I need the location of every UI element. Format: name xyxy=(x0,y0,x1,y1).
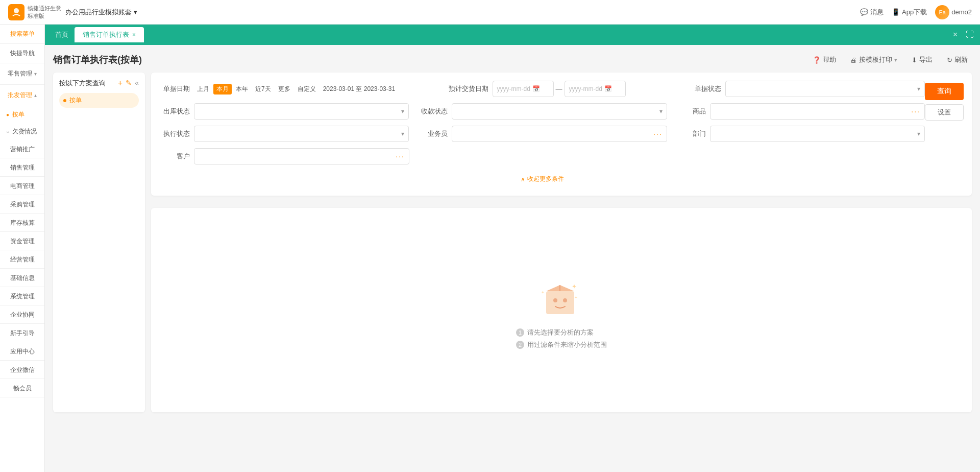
sidebar-item-wholesale[interactable]: 批发管理 ▴ xyxy=(0,85,44,106)
sidebar: 搜索菜单 快捷导航 零售管理 ▾ 批发管理 ▴ ● 按单 ○ 欠货情况 营销推广… xyxy=(0,25,45,472)
purchase-label: 采购管理 xyxy=(10,200,35,209)
message-button[interactable]: 💬 消息 xyxy=(860,8,884,17)
system-label: 系统管理 xyxy=(10,292,35,301)
tab-home[interactable]: 首页 xyxy=(49,27,75,42)
sidebar-item-inventory[interactable]: 库存核算 xyxy=(0,214,44,232)
date-range-display: 2023-03-01 至 2023-03-31 xyxy=(323,85,395,93)
finance-label: 资金管理 xyxy=(10,237,35,246)
sidebar-search-menu[interactable]: 搜索菜单 xyxy=(0,25,44,44)
empty-state: ✦ ✦ ✦ 1 请先选择要分析的方案 xyxy=(516,271,607,349)
svg-point-2 xyxy=(553,298,557,302)
scheme-item-order[interactable]: 按单 xyxy=(59,93,139,108)
filter-group-exec: 执行状态 ▾ xyxy=(159,126,409,142)
user-name: demo2 xyxy=(951,8,972,16)
filter-group-salesperson: 业务员 ··· xyxy=(417,126,667,142)
avatar: Ea xyxy=(935,5,949,19)
date-btn-custom[interactable]: 自定义 xyxy=(295,84,319,95)
salesperson-dots-icon: ··· xyxy=(653,130,663,138)
scheme-panel-title: 按以下方案查询 xyxy=(59,79,106,88)
marketing-label: 营销推广 xyxy=(10,145,35,154)
shortage-dot-icon: ○ xyxy=(6,129,9,134)
sidebar-item-retail[interactable]: 零售管理 ▾ xyxy=(0,63,44,85)
app-download-button[interactable]: 📱 App下载 xyxy=(892,8,927,17)
breadcrumb[interactable]: 办公用品行业模拟账套 ▾ xyxy=(65,8,137,17)
filter-row-3: 执行状态 ▾ 业务员 xyxy=(159,126,925,142)
date-btn-7days[interactable]: 近7天 xyxy=(252,84,274,95)
sidebar-item-newbie[interactable]: 新手引导 xyxy=(0,324,44,342)
calendar-from-icon: 📅 xyxy=(532,85,540,92)
date-btn-last-month[interactable]: 上月 xyxy=(194,84,212,95)
tab-sales-order[interactable]: 销售订单执行表 × xyxy=(75,27,144,42)
sidebar-item-member[interactable]: 畅会员 xyxy=(0,379,44,397)
customer-label: 客户 xyxy=(159,152,190,161)
svg-point-3 xyxy=(563,298,567,302)
sidebar-item-purchase[interactable]: 采购管理 xyxy=(0,195,44,214)
main-layout: 搜索菜单 快捷导航 零售管理 ▾ 批发管理 ▴ ● 按单 ○ 欠货情况 营销推广… xyxy=(0,25,980,472)
retail-arrow-icon: ▾ xyxy=(34,71,37,77)
settings-button[interactable]: 设置 xyxy=(925,104,964,121)
page-title: 销售订单执行表(按单) xyxy=(53,54,142,66)
date-btn-this-year[interactable]: 本年 xyxy=(233,84,251,95)
help-button[interactable]: ❓ 帮助 xyxy=(808,53,840,66)
sidebar-item-operations[interactable]: 经营管理 xyxy=(0,250,44,269)
sidebar-item-sales[interactable]: 销售管理 xyxy=(0,158,44,177)
breadcrumb-arrow-icon: ▾ xyxy=(134,8,137,16)
sidebar-item-appcenter[interactable]: 应用中心 xyxy=(0,342,44,361)
scheme-edit-icon[interactable]: ✎ xyxy=(126,79,132,88)
collapse-button[interactable]: ∧ 收起更多条件 xyxy=(159,171,925,187)
tab-bar: 首页 销售订单执行表 × × ⛶ xyxy=(45,25,980,45)
goods-dots-icon: ··· xyxy=(911,107,920,115)
refresh-button[interactable]: ↻ 刷新 xyxy=(943,53,972,66)
sidebar-item-marketing[interactable]: 营销推广 xyxy=(0,140,44,158)
user-menu[interactable]: Ea demo2 xyxy=(935,5,972,19)
download-icon: 📱 xyxy=(892,8,900,16)
payment-label: 收款状态 xyxy=(417,107,448,116)
tab-close-icon[interactable]: × xyxy=(132,31,136,38)
svg-point-0 xyxy=(14,8,19,13)
scheme-panel-header: 按以下方案查询 + ✎ « xyxy=(59,79,139,88)
expected-date-from-input[interactable]: yyyy-mm-dd 📅 xyxy=(493,81,554,97)
status-select[interactable]: ▾ xyxy=(725,81,925,97)
query-button[interactable]: 查询 xyxy=(925,83,964,100)
salesperson-input[interactable]: ··· xyxy=(452,126,667,142)
expected-date-to-input[interactable]: yyyy-mm-dd 📅 xyxy=(565,81,626,97)
print-arrow-icon: ▾ xyxy=(894,57,897,63)
tab-expand-icon[interactable]: ⛶ xyxy=(964,28,976,41)
search-menu-label: 搜索菜单 xyxy=(10,30,35,38)
tab-close-all-icon[interactable]: × xyxy=(951,28,960,41)
goods-input[interactable]: ··· xyxy=(710,103,925,120)
export-button[interactable]: ⬇ 导出 xyxy=(908,53,937,66)
header-left: 畅捷通好生意 标准版 办公用品行业模拟账套 ▾ xyxy=(8,4,137,20)
sidebar-item-basicinfo[interactable]: 基础信息 xyxy=(0,269,44,287)
sidebar-item-ecommerce[interactable]: 电商管理 xyxy=(0,177,44,195)
date-btn-this-month[interactable]: 本月 xyxy=(213,84,232,95)
help-icon: ❓ xyxy=(813,56,821,64)
exec-select[interactable]: ▾ xyxy=(194,126,409,142)
sidebar-item-wechat[interactable]: 企业微信 xyxy=(0,361,44,379)
payment-select[interactable]: ▾ xyxy=(452,103,667,120)
shortage-sub-label: 欠货情况 xyxy=(12,127,37,136)
right-panel: 单据日期 上月 本月 本年 近7天 更多 自定义 xyxy=(151,73,972,412)
sidebar-item-corp-collab[interactable]: 企业协同 xyxy=(0,305,44,324)
sidebar-item-system[interactable]: 系统管理 xyxy=(0,287,44,305)
filter-group-status: 单据状态 ▾ xyxy=(691,81,925,97)
help-label: 帮助 xyxy=(823,55,836,64)
delivery-select[interactable]: ▾ xyxy=(194,103,409,120)
dept-select[interactable]: ▾ xyxy=(710,126,925,142)
message-label: 消息 xyxy=(870,8,884,17)
sidebar-sub-item-order[interactable]: ● 按单 xyxy=(0,106,44,123)
customer-input[interactable]: ··· xyxy=(194,148,409,164)
print-button[interactable]: 🖨 按模板打印 ▾ xyxy=(846,53,901,66)
sidebar-item-finance[interactable]: 资金管理 xyxy=(0,232,44,250)
scheme-add-icon[interactable]: + xyxy=(118,79,122,88)
sidebar-sub-item-shortage[interactable]: ○ 欠货情况 xyxy=(0,123,44,140)
export-icon: ⬇ xyxy=(912,56,917,64)
empty-tip-2: 2 用过滤条件来缩小分析范围 xyxy=(516,340,607,349)
delivery-label: 出库状态 xyxy=(159,107,190,116)
status-arrow-icon: ▾ xyxy=(917,85,920,92)
scheme-collapse-icon[interactable]: « xyxy=(135,79,139,88)
sidebar-quick-nav[interactable]: 快捷导航 xyxy=(0,44,44,63)
date-btn-more[interactable]: 更多 xyxy=(275,84,293,95)
dept-label: 部门 xyxy=(675,129,706,138)
app-download-label: App下载 xyxy=(902,8,927,17)
